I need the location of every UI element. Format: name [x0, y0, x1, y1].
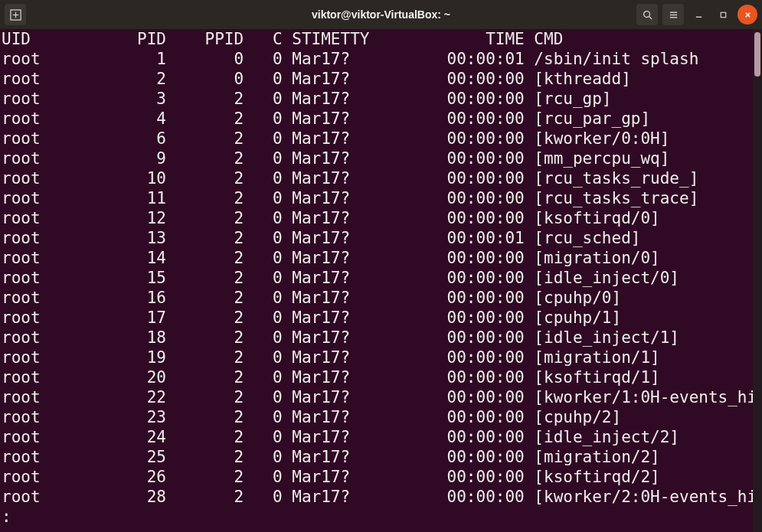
- process-row: root 12 2 0 Mar17? 00:00:00 [ksoftirqd/0…: [2, 208, 748, 228]
- terminal-content: UID PID PPID C STIMETTY TIME CMD root 1 …: [0, 29, 762, 527]
- process-row: root 15 2 0 Mar17? 00:00:00 [idle_inject…: [2, 268, 748, 288]
- process-row: root 26 2 0 Mar17? 00:00:00 [ksoftirqd/2…: [2, 467, 748, 487]
- process-row: root 24 2 0 Mar17? 00:00:00 [idle_inject…: [2, 427, 748, 447]
- process-row: root 10 2 0 Mar17? 00:00:00 [rcu_tasks_r…: [2, 168, 748, 188]
- titlebar-left: [0, 4, 26, 25]
- titlebar-right: [636, 4, 762, 25]
- process-row: root 2 0 0 Mar17? 00:00:00 [kthreadd]: [2, 69, 748, 89]
- svg-line-4: [649, 16, 652, 19]
- process-row: root 16 2 0 Mar17? 00:00:00 [cpuhp/0]: [2, 288, 748, 308]
- process-row: root 6 2 0 Mar17? 00:00:00 [kworker/0:0H…: [2, 129, 748, 149]
- pager-prompt[interactable]: :: [2, 507, 748, 527]
- process-row: root 18 2 0 Mar17? 00:00:00 [idle_inject…: [2, 328, 748, 348]
- close-icon: [744, 11, 752, 19]
- process-row: root 23 2 0 Mar17? 00:00:00 [cpuhp/2]: [2, 407, 748, 427]
- process-header-row: UID PID PPID C STIMETTY TIME CMD: [2, 29, 748, 49]
- process-row: root 3 2 0 Mar17? 00:00:00 [rcu_gp]: [2, 89, 748, 109]
- process-row: root 17 2 0 Mar17? 00:00:00 [cpuhp/1]: [2, 308, 748, 328]
- scrollbar-track[interactable]: [753, 29, 762, 532]
- hamburger-icon: [668, 9, 679, 21]
- close-button[interactable]: [737, 5, 757, 24]
- maximize-button[interactable]: [713, 5, 733, 24]
- svg-point-3: [643, 11, 649, 17]
- minimize-icon: [695, 11, 703, 19]
- svg-rect-9: [721, 12, 725, 17]
- search-icon: [642, 9, 653, 21]
- process-row: root 9 2 0 Mar17? 00:00:00 [mm_percpu_wq…: [2, 149, 748, 168]
- titlebar: viktor@viktor-VirtualBox: ~: [0, 0, 762, 29]
- process-row: root 20 2 0 Mar17? 00:00:00 [ksoftirqd/1…: [2, 367, 748, 387]
- scrollbar-thumb[interactable]: [754, 32, 760, 77]
- process-row: root 11 2 0 Mar17? 00:00:00 [rcu_tasks_t…: [2, 188, 748, 208]
- process-row: root 13 2 0 Mar17? 00:00:01 [rcu_sched]: [2, 228, 748, 248]
- process-row: root 1 0 0 Mar17? 00:00:01 /sbin/init sp…: [2, 49, 748, 69]
- process-rows: root 1 0 0 Mar17? 00:00:01 /sbin/init sp…: [2, 49, 748, 507]
- process-row: root 22 2 0 Mar17? 00:00:00 [kworker/1:0…: [2, 387, 748, 407]
- process-row: root 28 2 0 Mar17? 00:00:00 [kworker/2:0…: [2, 487, 748, 507]
- minimize-button[interactable]: [688, 5, 708, 24]
- terminal[interactable]: UID PID PPID C STIMETTY TIME CMD root 1 …: [0, 29, 762, 532]
- process-row: root 19 2 0 Mar17? 00:00:00 [migration/1…: [2, 348, 748, 367]
- new-tab-button[interactable]: [5, 4, 26, 25]
- search-button[interactable]: [636, 4, 658, 25]
- maximize-icon: [719, 11, 728, 19]
- new-tab-icon: [10, 9, 21, 21]
- process-row: root 14 2 0 Mar17? 00:00:00 [migration/0…: [2, 248, 748, 268]
- menu-button[interactable]: [662, 4, 684, 25]
- process-row: root 4 2 0 Mar17? 00:00:00 [rcu_par_gp]: [2, 109, 748, 129]
- process-row: root 25 2 0 Mar17? 00:00:00 [migration/2…: [2, 447, 748, 467]
